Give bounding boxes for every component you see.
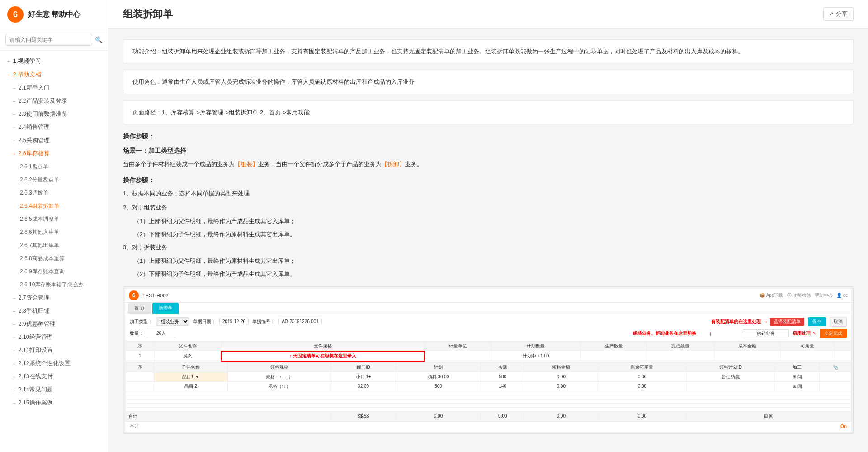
sidebar-item-stocktake[interactable]: 2.6.1盘点单 [0, 160, 108, 173]
sidebar-item-inventory[interactable]: − 2.6库存核算 [0, 147, 108, 160]
sub-row-empty-6 [126, 403, 851, 407]
sub-td-seq-2 [126, 381, 154, 391]
sub-th-process: 加工 [775, 362, 820, 372]
sub-td-dept-2: 32.00 [331, 381, 396, 391]
search-box: 🔍 [0, 29, 108, 51]
content-area: 功能介绍：组装拆卸单用来处理企业组装或拆卸等加工业务，支持有固定装配清单的产品加… [108, 29, 868, 452]
search-button[interactable]: 🔍 [95, 36, 103, 43]
main-area: 组装拆卸单 ↗ 分享 功能介绍：组装拆卸单用来处理企业组装或拆卸等加工业务，支持… [108, 0, 868, 452]
sub-td-dept-1: 小计 1+ [331, 372, 396, 381]
sidebar-item-partial-stocktake[interactable]: 2.6.2分量盘点单 [0, 173, 108, 186]
sub-th-spec: 领料规格 [227, 362, 331, 372]
logo-icon: 6 [7, 6, 24, 23]
sidebar-item-finance[interactable]: + 2.7资金管理 [0, 291, 108, 305]
role-intro-block: 使用角色：通常由生产人员或库管人员完成拆装业务的操作，库管人员确认原材料的出库和… [123, 70, 854, 94]
sub-footer-3: 0.00 [481, 411, 524, 421]
th-complete-qty: 完成数量 [647, 341, 714, 351]
sidebar-item-video[interactable]: + 1.视频学习 [0, 54, 108, 68]
sidebar-item-assembly[interactable]: 2.6.4组装拆卸单 [0, 200, 108, 213]
sidebar-item-other-in[interactable]: 2.6.6其他入库单 [0, 226, 108, 239]
sidebar-item-install[interactable]: + 2.2产品安装及登录 [0, 95, 108, 108]
expand-icon-install: + [13, 99, 15, 104]
sidebar-item-help-docs[interactable]: − 2.帮助文档 [0, 68, 108, 81]
sidebar-item-stock-fix[interactable]: 2.6.10库存账本错了怎么办 [0, 278, 108, 291]
path-intro-block: 页面路径：1、库存核算->库存管理->组装拆卸单 2、首页->常用功能 [123, 100, 854, 124]
sidebar-item-faq[interactable]: + 2.14常见问题 [0, 383, 108, 396]
sub-td-planid-1: 暂估功能 [686, 372, 775, 381]
page-title: 组装拆卸单 [123, 7, 173, 21]
sidebar-item-label: 2.1新手入门 [18, 84, 49, 92]
td-seq-1: 1 [126, 351, 155, 361]
expand-icon-cases: + [13, 400, 15, 406]
sub-footer-label: 合计 [126, 411, 331, 421]
ops-steps-subheading: 操作步骤： [123, 176, 854, 185]
expand-icon-video: + [7, 58, 10, 64]
sidebar-item-payment[interactable]: + 2.13在线支付 [0, 370, 108, 383]
btn-save[interactable]: 保存 [808, 317, 826, 326]
td-unit-1 [425, 351, 491, 361]
sub-th-actual: 实际 [481, 362, 524, 372]
sub-td-amount-1: 0.00 [524, 372, 598, 381]
sidebar-item-label: 2.13在线支付 [18, 373, 52, 381]
function-intro-block: 功能介绍：组装拆卸单用来处理企业组装或拆卸等加工业务，支持有固定装配清单的产品加… [123, 39, 854, 63]
step2-sub2: （2）下部明细为子件明细，最终作为原材料生成其它出库单。 [123, 229, 854, 240]
expand-icon-mobile: + [13, 309, 15, 314]
annotation-enable: 启用处理 [793, 330, 811, 337]
sidebar-item-cases[interactable]: + 2.15操作案例 [0, 396, 108, 409]
sub-footer-1: $$.$$ [331, 411, 396, 421]
sidebar-item-label: 2.15操作案例 [18, 399, 52, 407]
sub-row-empty-4 [126, 395, 851, 399]
sidebar-item-transfer[interactable]: 2.6.3调拨单 [0, 186, 108, 200]
sidebar-item-ops[interactable]: + 2.10经营管理 [0, 331, 108, 344]
sidebar-item-coupon[interactable]: + 2.9优惠券管理 [0, 318, 108, 331]
annotation-arrow2: ↑ [709, 330, 712, 337]
sidebar-item-label: 2.6.8商品成本重算 [20, 255, 65, 262]
scenario1-desc: 当由多个子件材料组装成一个成品的业务为【组装】业务，当由一个父件拆分成多个子产品… [123, 159, 854, 170]
sub-td-spec-1: 规格（←→） [227, 372, 331, 381]
sidebar-item-data-prep[interactable]: + 2.3使用前数据准备 [0, 108, 108, 121]
form-num-label: 单据编号： [252, 319, 275, 325]
sidebar-item-mobile[interactable]: + 2.8手机旺铺 [0, 305, 108, 318]
sub-td-spec-2: 规格（↑↓） [227, 381, 331, 391]
sidebar-item-purchase[interactable]: + 2.5采购管理 [0, 134, 108, 147]
app-tab-1[interactable]: 首 页 [128, 303, 151, 314]
expand-icon-newbie: + [13, 86, 15, 91]
sub-th-plan-id: 领料计划ID [686, 362, 775, 372]
sub-th-amount: 领料金额 [524, 362, 598, 372]
sidebar-item-stock-ledger[interactable]: 2.6.9库存账本查询 [0, 265, 108, 278]
sub-td-process-2: ⊞ 闻 [775, 381, 820, 391]
step3: 3、对于拆装业务 [123, 242, 854, 253]
th-action [835, 341, 851, 351]
btn-enable[interactable]: 立定完成 [820, 329, 847, 338]
btn-cancel[interactable]: 取消 [830, 317, 847, 327]
form-date-label: 单据日期： [193, 319, 216, 325]
sub-td-actual-1: 500 [481, 372, 524, 381]
sub-td-child-name-1: 品目1 ▼ [154, 372, 228, 381]
sidebar-item-sales[interactable]: + 2.4销售管理 [0, 121, 108, 134]
sub-td-icon-1 [820, 372, 851, 381]
sub-th-icon: 📎 [820, 362, 851, 372]
sub-td-amount-2: 0.00 [524, 381, 598, 391]
share-button[interactable]: ↗ 分享 [823, 7, 854, 21]
td-parent-spec-1[interactable]: ↑ 无固定清单可在组装在这里录入 [221, 351, 425, 361]
btn-select-bom[interactable]: 选择装配清单 [770, 318, 804, 326]
share-icon: ↗ [829, 11, 834, 17]
form-type-select[interactable]: 组装业务 拆卸业务 [156, 317, 189, 326]
expand-icon-sales: + [13, 125, 15, 130]
app-tab-active[interactable]: 新增单 [152, 303, 179, 314]
sidebar-item-cost-adjust[interactable]: 2.6.5成本调整单 [0, 213, 108, 226]
search-input[interactable] [5, 34, 92, 46]
sidebar-item-cost-recalc[interactable]: 2.6.8商品成本重算 [0, 252, 108, 265]
sub-td-plan-2: 500 [396, 381, 481, 391]
sidebar-item-print[interactable]: + 2.11打印设置 [0, 344, 108, 357]
sidebar-logo-area: 6 好生意 帮助中心 [0, 0, 108, 29]
sidebar-item-custom[interactable]: + 2.12系统个性化设置 [0, 357, 108, 370]
sidebar-item-label: 2.6.4组装拆卸单 [20, 202, 59, 210]
nav-tree: + 1.视频学习 − 2.帮助文档 + 2.1新手入门 + 2.2产品安装及登录… [0, 51, 108, 452]
form-date-value: 2019-12-26 [219, 318, 249, 325]
sidebar-item-other-out[interactable]: 2.6.7其他出库单 [0, 239, 108, 252]
step2: 2、对于组装业务 [123, 202, 854, 214]
sidebar-item-label: 2.帮助文档 [13, 71, 41, 79]
function-intro-text: 功能介绍：组装拆卸单用来处理企业组装或拆卸等加工业务，支持有固定装配清单的产品加… [132, 48, 744, 55]
sidebar-item-newbie[interactable]: + 2.1新手入门 [0, 81, 108, 95]
